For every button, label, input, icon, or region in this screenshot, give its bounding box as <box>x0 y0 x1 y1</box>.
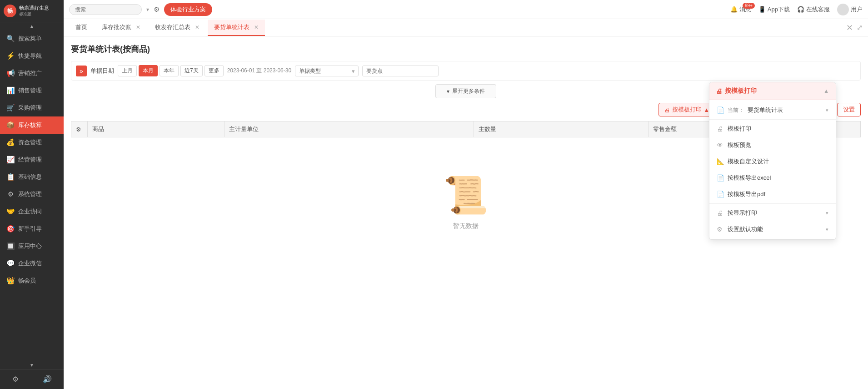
tab-label-inventory-batch: 库存批次账 <box>102 23 131 31</box>
expand-more-btn[interactable]: ▾ 展开更多条件 <box>435 84 496 98</box>
type-select[interactable]: 单据类型 全部 要货单 <box>295 66 359 76</box>
template-design-item[interactable]: 📐 模板自定义设计 <box>709 153 836 170</box>
print-dropdown-close-btn[interactable]: ▲ <box>823 87 829 95</box>
template-preview-label: 模板预览 <box>728 141 751 149</box>
sidebar-item-sales[interactable]: 📊销售管理 <box>0 82 64 99</box>
sidebar-item-system[interactable]: ⚙系统管理 <box>0 186 64 203</box>
marketing-icon: 📢 <box>6 69 15 77</box>
current-template-name: 要货单统计表 <box>748 106 783 114</box>
tab-close-order-stats[interactable]: ✕ <box>254 24 259 30</box>
date-btn-本月[interactable]: 本月 <box>139 65 158 76</box>
sidebar-item-member[interactable]: 👑畅会员 <box>0 272 64 289</box>
tab-bar: 首页库存批次账✕收发存汇总表✕要货单统计表✕ ✕ ⤢ <box>64 19 868 36</box>
set-default-chevron-icon: ▾ <box>826 227 828 232</box>
online-service-label: 在线客服 <box>806 5 830 14</box>
empty-icon: 📜 <box>443 174 489 217</box>
sidebar-label-sales: 销售管理 <box>18 86 42 95</box>
type-select-wrap: 单据类型 全部 要货单 <box>295 66 359 76</box>
header-right: 🔔 消息 99+ 📱 App下载 🎧 在线客服 用户 <box>730 4 863 15</box>
sidebar-item-cooperation[interactable]: 🤝企业协同 <box>0 203 64 220</box>
template-preview-icon: 👁 <box>717 141 724 149</box>
sidebar-item-appstore[interactable]: 🔲应用中心 <box>0 237 64 255</box>
date-btn-本年[interactable]: 本年 <box>160 65 179 76</box>
table-settings-icon[interactable]: ⚙ <box>76 126 81 133</box>
print-template-btn[interactable]: 🖨 按模板打印 ▲ <box>658 103 715 116</box>
display-print-chevron-icon: ▾ <box>826 210 828 216</box>
date-btn-上月[interactable]: 上月 <box>118 65 137 76</box>
template-preview-item[interactable]: 👁 模板预览 <box>709 137 836 153</box>
sidebar-item-wechat[interactable]: 💬企业微信 <box>0 255 64 272</box>
sidebar-item-inventory[interactable]: 📦库存核算 <box>0 116 64 134</box>
sidebar-item-purchase[interactable]: 🛒采购管理 <box>0 99 64 116</box>
date-buttons: 上月本月本年近7天更多 <box>118 65 224 76</box>
tab-label-home: 首页 <box>75 23 87 31</box>
sidebar-item-finance[interactable]: 💰资金管理 <box>0 134 64 151</box>
sidebar-item-guide[interactable]: 🎯新手引导 <box>0 220 64 237</box>
settings-btn[interactable]: 设置 <box>837 103 861 116</box>
settings-label: 设置 <box>843 106 855 114</box>
scroll-up-arrow[interactable]: ▲ <box>0 22 64 30</box>
sidebar-item-shortcut[interactable]: ⚡快捷导航 <box>0 47 64 65</box>
messages-item[interactable]: 🔔 消息 99+ <box>730 5 751 14</box>
close-window-btn[interactable]: ✕ <box>846 23 853 33</box>
tab-home[interactable]: 首页 <box>69 20 94 36</box>
sidebar-item-search[interactable]: 🔍搜索菜单 <box>0 30 64 47</box>
page-title: 要货单统计表(按商品) <box>71 44 861 55</box>
user-name: 用户 <box>851 5 863 14</box>
online-service-item[interactable]: 🎧 在线客服 <box>797 5 830 14</box>
search-input[interactable] <box>69 4 142 15</box>
user-avatar-item[interactable]: 用户 <box>837 4 863 15</box>
gear-icon[interactable]: ⚙ <box>154 5 160 14</box>
app-download-item[interactable]: 📱 App下载 <box>758 5 790 14</box>
col-unit: 主计量单位 <box>224 121 474 137</box>
header-dropdown-arrow[interactable]: ▾ <box>146 6 149 13</box>
display-print-item[interactable]: 🖨 按显示打印 ▾ <box>709 205 836 221</box>
yaohuodian-input[interactable] <box>362 66 439 76</box>
template-print-item[interactable]: 🖨 模板打印 <box>709 121 836 137</box>
sidebar-label-cooperation: 企业协同 <box>18 207 42 216</box>
audio-bottom-btn[interactable]: 🔊 <box>39 373 55 385</box>
tab-label-order-stats: 要货单统计表 <box>214 23 249 31</box>
app-name: 畅康通好生意 <box>19 5 49 11</box>
tab-label-receipt-summary: 收发存汇总表 <box>155 23 190 31</box>
date-btn-更多[interactable]: 更多 <box>205 65 224 76</box>
col-product: 商品 <box>88 121 224 137</box>
template-design-label: 模板自定义设计 <box>728 157 769 166</box>
set-default-label: 设置默认功能 <box>728 225 763 233</box>
filter-bar: » 单据日期 上月本月本年近7天更多 2023-06-01 至 2023-06-… <box>71 61 861 81</box>
phone-icon: 📱 <box>758 6 766 13</box>
tab-order-stats[interactable]: 要货单统计表✕ <box>208 20 265 36</box>
current-template-left: 📄 当前： 要货单统计表 <box>717 106 783 114</box>
export-pdf-item[interactable]: 📄 按模板导出pdf <box>709 186 836 202</box>
tab-close-inventory-batch[interactable]: ✕ <box>136 24 140 30</box>
tab-close-receipt-summary[interactable]: ✕ <box>195 24 200 30</box>
sidebar-label-shortcut: 快捷导航 <box>18 52 42 60</box>
sidebar-label-guide: 新手引导 <box>18 225 42 233</box>
bell-icon: 🔔 <box>730 6 738 13</box>
print-dropdown: 🖨 按模板打印 ▲ 📄 当前： 要货单统计表 ▾ <box>709 82 836 240</box>
sidebar-item-basic[interactable]: 📋基础信息 <box>0 168 64 186</box>
col-settings: ⚙ <box>71 121 88 137</box>
settings-bottom-btn[interactable]: ⚙ <box>9 373 22 385</box>
scroll-down-arrow[interactable]: ▼ <box>0 361 64 369</box>
headset-icon: 🎧 <box>797 6 804 13</box>
sales-icon: 📊 <box>6 86 15 95</box>
sidebar-label-finance: 资金管理 <box>18 138 42 147</box>
sidebar-item-operation[interactable]: 📈经营管理 <box>0 151 64 168</box>
print-dropdown-title: 🖨 按模板打印 <box>716 87 757 95</box>
export-excel-item[interactable]: 📄 按模板导出excel <box>709 170 836 186</box>
display-print-label: 按显示打印 <box>728 209 757 217</box>
current-template-item[interactable]: 📄 当前： 要货单统计表 ▾ <box>709 102 836 118</box>
tab-receipt-summary[interactable]: 收发存汇总表✕ <box>149 20 206 36</box>
trial-button[interactable]: 体验行业方案 <box>164 3 212 16</box>
set-default-item[interactable]: ⚙ 设置默认功能 ▾ <box>709 221 836 237</box>
purchase-icon: 🛒 <box>6 104 15 112</box>
main-area: ▾ ⚙ 体验行业方案 🔔 消息 99+ 📱 App下载 🎧 在线客服 用户 <box>64 0 868 389</box>
sidebar-item-marketing[interactable]: 📢营销推广 <box>0 65 64 82</box>
tab-inventory-batch[interactable]: 库存批次账✕ <box>95 20 147 36</box>
date-btn-近7天[interactable]: 近7天 <box>180 65 203 76</box>
page-content: 要货单统计表(按商品) » 单据日期 上月本月本年近7天更多 2023-06-0… <box>64 36 868 389</box>
export-pdf-label: 按模板导出pdf <box>728 190 765 198</box>
filter-expand-btn[interactable]: » <box>76 66 87 76</box>
maximize-btn[interactable]: ⤢ <box>857 23 863 32</box>
